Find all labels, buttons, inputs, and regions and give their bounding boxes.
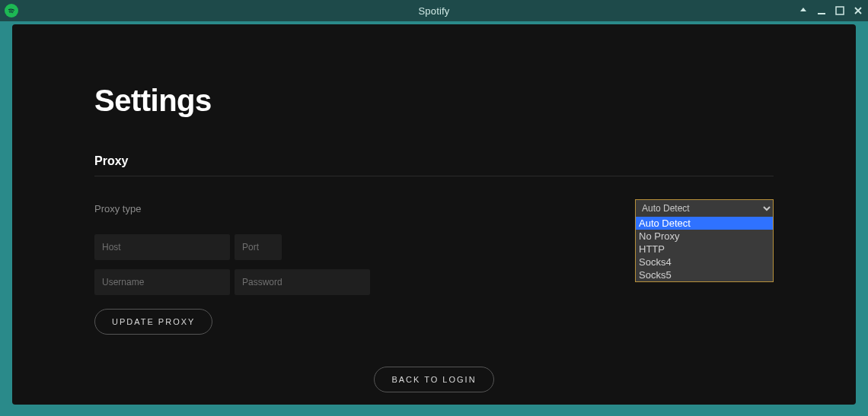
- svg-rect-1: [818, 13, 825, 14]
- page-title: Settings: [94, 84, 774, 118]
- back-row: BACK TO LOGIN: [94, 367, 774, 392]
- username-input[interactable]: [94, 269, 230, 295]
- dropdown-option[interactable]: Socks4: [636, 256, 773, 268]
- proxy-type-label: Proxy type: [94, 203, 141, 214]
- dropdown-option[interactable]: Auto Detect: [636, 217, 773, 230]
- dropdown-option[interactable]: No Proxy: [636, 230, 773, 243]
- update-row: UPDATE PROXY: [94, 309, 774, 335]
- proxy-type-select-wrap: Auto Detect Auto Detect No Proxy HTTP So…: [635, 199, 774, 218]
- rollup-icon[interactable]: [798, 5, 809, 16]
- app-window: Settings Proxy Proxy type Auto Detect Au…: [12, 24, 856, 405]
- window-controls: [798, 5, 863, 16]
- titlebar: Spotify: [0, 0, 868, 21]
- minimize-icon[interactable]: [816, 5, 827, 16]
- port-input[interactable]: [235, 234, 282, 260]
- window-title: Spotify: [418, 5, 449, 17]
- spotify-icon: [5, 4, 18, 17]
- settings-content: Settings Proxy Proxy type Auto Detect Au…: [12, 24, 856, 392]
- back-to-login-button[interactable]: BACK TO LOGIN: [374, 367, 493, 392]
- close-icon[interactable]: [853, 5, 863, 16]
- dropdown-option[interactable]: Socks5: [636, 268, 773, 281]
- svg-rect-2: [836, 7, 844, 14]
- password-input[interactable]: [235, 269, 370, 295]
- proxy-heading: Proxy: [94, 154, 774, 176]
- proxy-type-row: Proxy type Auto Detect Auto Detect No Pr…: [94, 199, 774, 218]
- proxy-type-dropdown: Auto Detect No Proxy HTTP Socks4 Socks5: [635, 217, 774, 282]
- update-proxy-button[interactable]: UPDATE PROXY: [94, 309, 212, 335]
- host-input[interactable]: [94, 234, 230, 260]
- maximize-icon[interactable]: [834, 5, 845, 16]
- proxy-type-select[interactable]: Auto Detect: [635, 199, 774, 218]
- dropdown-option[interactable]: HTTP: [636, 243, 773, 256]
